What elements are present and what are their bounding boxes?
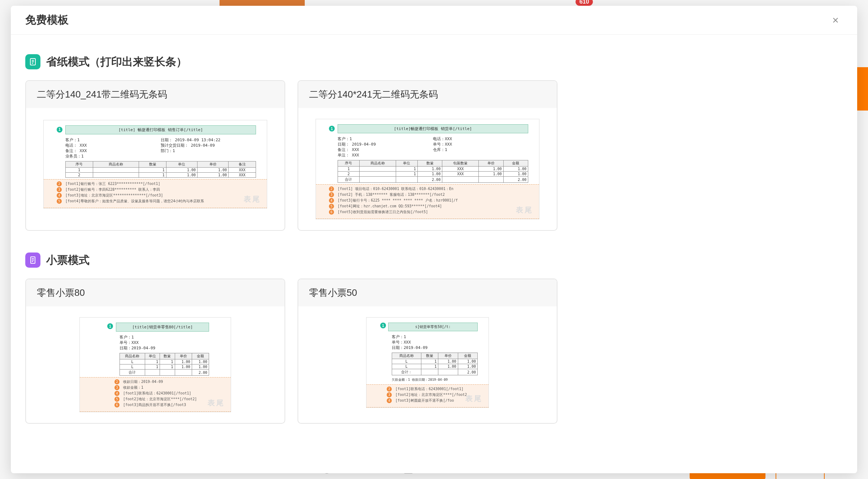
watermark: 表尾: [516, 205, 533, 215]
watermark: 表尾: [244, 194, 261, 204]
template-card[interactable]: 二等分140_241带二维码无条码 1 [title] 畅捷通打印模板 销售订单…: [25, 80, 285, 231]
preview-title: s]销货单零售50[/t:: [388, 323, 478, 331]
card-title: 二等分140_241带二维码无条码: [26, 81, 285, 108]
info-line: 单注： XXX: [338, 152, 433, 158]
preview-info: 客户：1 电话： XXX 备注： XXX 业务员：1 日期： 2019-04-0…: [44, 137, 267, 160]
preview-table: 序号商品名称单位数量包装数量单价金额 111.00XXX1.001.00 211…: [338, 160, 528, 183]
info-line: 业务员：1: [65, 154, 161, 159]
info-line: 日期： 2019-04-09 13:04:22: [161, 137, 256, 143]
template-card[interactable]: 二等分140*241无二维码无条码 1 [title]畅捷通打印模板 销货单[/…: [298, 80, 557, 231]
info-line: 电话：XXX: [433, 136, 528, 142]
info-line: 日期： 2019-04-09: [338, 142, 433, 147]
modal-header: 免费模板: [11, 6, 857, 35]
info-line: 欠款金额：1 收款日期：2019-04-09: [366, 377, 489, 383]
info-line: 仓库：1: [433, 147, 528, 152]
marker-dot: 1: [380, 323, 386, 328]
preview-table: 商品名称单位数量单价金额 L111.001.00 L111.001.00 合计2…: [120, 353, 209, 376]
card-preview: 1 [title] 畅捷通打印模板 销售订单[/title] 客户：1 电话： …: [26, 108, 285, 220]
preview-footer: 2[foot1]联系电话：62430001[/foot1] 3[foot2]地址…: [366, 384, 489, 407]
preview-table: 序号商品名称数量单位单价备注 111.001.00XXX 211.001.00X…: [65, 161, 256, 178]
watermark: 表尾: [465, 394, 483, 404]
info-line: 单号：XXX: [392, 340, 478, 345]
info-line: 客户：1: [338, 136, 433, 142]
info-line: 部门：1: [161, 148, 256, 154]
card-title: 二等分140*241无二维码无条码: [298, 81, 557, 108]
preview-title: [title]畅捷通打印模板 销货单[/title]: [338, 124, 528, 133]
info-line: 备注： XXX: [65, 148, 161, 154]
info-line: 日期：2019-04-09: [392, 345, 478, 350]
card-preview: 1 [title]销货单零售80[/title] 客户：1 单号：XXX 日期：…: [26, 306, 285, 423]
free-template-modal: 免费模板 省纸模式（打印出来竖长条） 二等分140_241带二维码无条码 1 […: [11, 6, 857, 473]
preview-title: [title] 畅捷通打印模板 销售订单[/title]: [65, 125, 256, 134]
close-icon: [831, 16, 840, 25]
preview-title: [title]销货单零售80[/title]: [116, 323, 209, 332]
marker-dot: 1: [57, 127, 62, 133]
modal-title: 免费模板: [25, 13, 69, 27]
preview-doc: 1 [title]畅捷通打印模板 销货单[/title] 客户：1 日期： 20…: [316, 119, 539, 219]
info-line: 单号：XXX: [433, 142, 528, 147]
marker-dot: 1: [329, 126, 335, 131]
doc-icon: [25, 54, 40, 69]
modal-body: 省纸模式（打印出来竖长条） 二等分140_241带二维码无条码 1 [title…: [11, 35, 857, 473]
info-line: 客户：1: [120, 335, 209, 340]
card-grid-b: 零售小票80 1 [title]销货单零售80[/title] 客户：1 单号：…: [25, 279, 843, 424]
preview-receipt: 1 [title]销货单零售80[/title] 客户：1 单号：XXX 日期：…: [79, 317, 231, 412]
card-grid-a: 二等分140_241带二维码无条码 1 [title] 畅捷通打印模板 销售订单…: [25, 80, 843, 231]
info-line: 预计交货日期： 2019-04-09: [161, 143, 256, 148]
section-title: 省纸模式（打印出来竖长条）: [46, 55, 187, 69]
card-preview: 1 s]销货单零售50[/t: 客户：1 单号：XXX 日期：2019-04-0…: [298, 306, 557, 419]
info-line: 客户：1: [65, 137, 161, 143]
preview-info: 客户：1 单号：XXX 日期：2019-04-09: [366, 333, 489, 351]
template-card[interactable]: 零售小票80 1 [title]销货单零售80[/title] 客户：1 单号：…: [25, 279, 285, 424]
section-header-receipt: 小票模式: [25, 253, 843, 268]
receipt-icon: [25, 253, 40, 268]
card-preview: 1 [title]畅捷通打印模板 销货单[/title] 客户：1 日期： 20…: [298, 108, 557, 230]
preview-receipt-small: 1 s]销货单零售50[/t: 客户：1 单号：XXX 日期：2019-04-0…: [366, 317, 489, 408]
card-title: 零售小票80: [26, 279, 285, 306]
info-line: 电话： XXX: [65, 143, 161, 148]
card-title: 零售小票50: [298, 279, 557, 306]
section-header-paper-save: 省纸模式（打印出来竖长条）: [25, 54, 843, 69]
info-line: 备注： XXX: [338, 147, 433, 152]
watermark: 表尾: [208, 398, 225, 408]
preview-info: 客户：1 日期： 2019-04-09 备注： XXX 单注： XXX 电话：X…: [316, 135, 539, 159]
info-line: 单号：XXX: [120, 340, 209, 345]
marker-dot: 1: [107, 323, 113, 329]
preview-footer: 2收款日期：2019-04-09 3收款金额：1 4[foot1]联系电话：62…: [80, 377, 231, 412]
section-title: 小票模式: [46, 253, 90, 268]
preview-table: 商品名称数量单价金额 L11.001.00 L11.001.00 合计：2.00: [392, 353, 478, 375]
close-button[interactable]: [828, 13, 843, 27]
template-card[interactable]: 零售小票50 1 s]销货单零售50[/t: 客户：1 单号：XXX 日期：20…: [298, 279, 557, 424]
preview-info: 客户：1 单号：XXX 日期：2019-04-09: [80, 334, 231, 351]
preview-doc: 1 [title] 畅捷通打印模板 销售订单[/title] 客户：1 电话： …: [43, 120, 267, 208]
preview-footer: 2[foot1] 项目电话：010-62430001 联系电话：010-6243…: [316, 184, 539, 219]
notification-badge: 610: [576, 0, 593, 6]
info-line: 日期：2019-04-09: [120, 345, 209, 351]
preview-footer: 2[foot1]银行账号：张三 6223************[/foot1]…: [44, 179, 267, 208]
info-line: 客户：1: [392, 334, 478, 340]
bg-orange-bar: [220, 0, 305, 6]
